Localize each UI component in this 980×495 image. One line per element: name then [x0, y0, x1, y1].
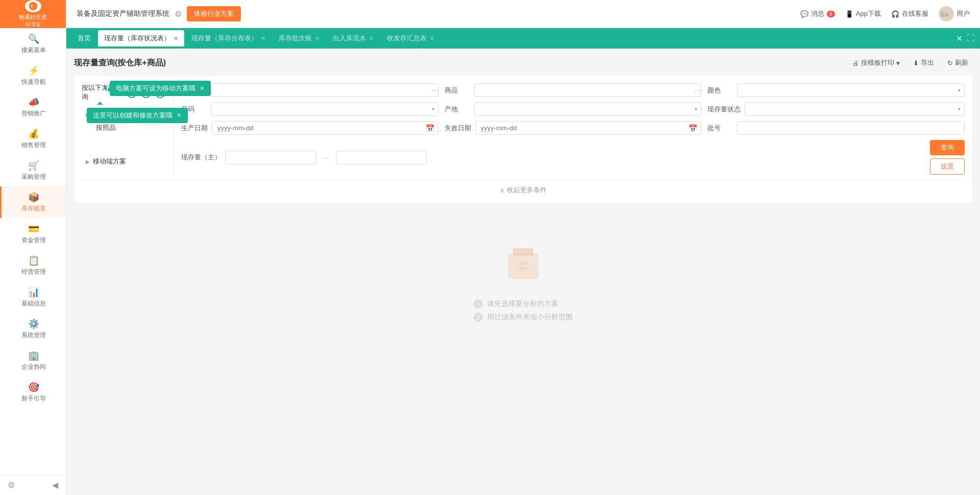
- scheme-mobile-item[interactable]: ▶ 移动端方案: [82, 155, 165, 168]
- sidebar-item-search[interactable]: 🔍 搜索菜单: [0, 28, 66, 60]
- filter-cell-stock-main: 现存量（主） —: [181, 151, 427, 164]
- filter-row-4: 现存量（主） — 查询 设置: [181, 140, 965, 175]
- tab-close-inventory-dist[interactable]: ✕: [261, 35, 265, 42]
- prod-date-input[interactable]: [212, 121, 438, 135]
- expiry-date-input[interactable]: [475, 121, 702, 135]
- sidebar-item-guide[interactable]: 🎯 新手引导: [0, 376, 66, 408]
- scheme-popup: 电脑方案可设为移动方案哦 ✕: [110, 81, 211, 96]
- top-header: 装备及固定资产辅助管理系统 ⚙ 体验行业方案 💬 消息 6 📱 App下载 🎧 …: [66, 0, 980, 28]
- app-download-action[interactable]: 📱 App下载: [845, 9, 881, 18]
- tab-inventory-dist[interactable]: 现存量（库存分布表） ✕: [185, 30, 272, 46]
- filter-row-2: 尺码 ▾ 产地 ▾: [181, 102, 965, 116]
- tab-inout-flow[interactable]: 出入库流水 ✕: [327, 30, 380, 46]
- prod-date-label: 生产日期: [181, 124, 208, 133]
- tab-inventory-batch[interactable]: 库存批次账 ✕: [273, 30, 326, 46]
- export-button[interactable]: ⬇ 导出: [909, 56, 938, 69]
- empty-state-step1: 1 请先选择要分析的方案: [474, 299, 558, 309]
- sidebar-item-label: 基础信息: [21, 299, 46, 308]
- sidebar-item-purchase[interactable]: 🛒 采购管理: [0, 155, 66, 186]
- sidebar-item-basic[interactable]: 📊 基础信息: [0, 281, 66, 313]
- quick-nav-icon: ⚡: [28, 65, 39, 76]
- collapse-button[interactable]: ∧ 收起更多条件: [500, 185, 547, 195]
- collapse-icon: ∧: [500, 186, 505, 194]
- warehouse-more-icon[interactable]: ···: [431, 86, 438, 95]
- tab-maximize-icon[interactable]: ⛶: [967, 34, 975, 43]
- search-button[interactable]: 查询: [930, 140, 965, 155]
- reset-button[interactable]: 设置: [930, 158, 965, 175]
- origin-select-wrap: ▾: [474, 102, 702, 116]
- online-support-action[interactable]: 🎧 在线客服: [891, 9, 928, 18]
- expiry-date-label: 失效日期: [445, 124, 471, 133]
- batch-no-label: 批号: [707, 124, 733, 133]
- tab-close-inventory-batch[interactable]: ✕: [315, 35, 320, 42]
- sidebar-item-label: 经营管理: [21, 268, 46, 276]
- filter-cell-stock-status: 现存量状态 ▾: [707, 102, 965, 116]
- stock-main-min-input[interactable]: [225, 151, 316, 164]
- warehouse-input[interactable]: [211, 83, 438, 97]
- svg-text:6: 6: [31, 4, 33, 9]
- refresh-button[interactable]: ↻ 刷新: [943, 56, 972, 69]
- empty-state-step2: 2 用过滤条件来缩小分析范围: [474, 313, 573, 322]
- tab-home[interactable]: 首页: [71, 30, 97, 46]
- page-actions: 🖨 按模板打印 ▾ ⬇ 导出 ↻ 刷新: [848, 56, 972, 69]
- sidebar-item-label: 资金管理: [21, 236, 46, 245]
- sidebar-item-label: 采购管理: [21, 173, 46, 181]
- svg-point-8: [520, 263, 522, 265]
- export-icon: ⬇: [913, 59, 919, 67]
- main-area: 装备及固定资产辅助管理系统 ⚙ 体验行业方案 💬 消息 6 📱 App下载 🎧 …: [66, 0, 980, 495]
- create-scheme-popup: 这里可以创建和修改方案哦 ✕: [87, 108, 188, 123]
- sidebar-item-finance[interactable]: 💳 资金管理: [0, 218, 66, 250]
- message-label: 消息: [811, 9, 824, 18]
- tab-close-inout-flow[interactable]: ✕: [369, 35, 374, 42]
- guide-icon: 🎯: [28, 382, 39, 393]
- header-left: 装备及固定资产辅助管理系统 ⚙ 体验行业方案: [77, 6, 241, 21]
- goods-more-icon[interactable]: ···: [695, 86, 701, 95]
- finance-icon: 💳: [28, 223, 39, 234]
- create-scheme-popup-text: 这里可以创建和修改方案哦: [93, 111, 173, 120]
- filter-cell-origin: 产地 ▾: [445, 102, 702, 116]
- prod-date-calendar-icon[interactable]: 📅: [426, 124, 434, 132]
- step1-num: 1: [474, 299, 483, 309]
- color-select[interactable]: [737, 83, 965, 97]
- settings-icon[interactable]: ⚙: [8, 480, 15, 490]
- tab-close-collect-summary[interactable]: ✕: [430, 35, 434, 42]
- experience-button[interactable]: 体验行业方案: [187, 6, 241, 21]
- color-select-wrap: ▾: [737, 83, 965, 97]
- sidebar-item-system[interactable]: ⚙️ 系统管理: [0, 313, 66, 345]
- tab-inventory-batch-label: 库存批次账: [279, 34, 312, 43]
- filter-row-1: ··· 商品 ··· 颜色: [181, 83, 965, 97]
- sidebar-item-quicknav[interactable]: ⚡ 快速导航: [0, 60, 66, 91]
- sidebar-footer: ⚙ ◀: [0, 475, 66, 495]
- goods-input[interactable]: [474, 83, 702, 97]
- scheme-popup-close[interactable]: ✕: [200, 85, 205, 92]
- header-settings-icon[interactable]: ⚙: [175, 9, 182, 19]
- create-scheme-popup-close[interactable]: ✕: [177, 112, 182, 119]
- prod-date-input-wrap: 📅: [212, 121, 438, 135]
- tab-collect-summary[interactable]: 收发存汇总表 ✕: [381, 30, 440, 46]
- tab-close-all-icon[interactable]: ✕: [956, 34, 963, 43]
- sidebar-item-inventory[interactable]: 📦 库存核算: [0, 186, 66, 218]
- sidebar-item-marketing[interactable]: 📣 营销推广: [0, 91, 66, 123]
- message-action[interactable]: 💬 消息 6: [800, 9, 835, 18]
- sidebar-item-enterprise[interactable]: 🏢 企业协同: [0, 345, 66, 376]
- svg-point-0: [29, 2, 37, 11]
- tab-close-inventory-status[interactable]: ✕: [174, 35, 178, 42]
- batch-no-input[interactable]: [737, 121, 965, 135]
- user-action[interactable]: Ea 用户: [939, 6, 970, 21]
- print-template-button[interactable]: 🖨 按模板打印 ▾: [848, 56, 904, 69]
- stock-main-max-input[interactable]: [336, 151, 427, 164]
- sidebar-item-sales[interactable]: 💰 销售管理: [0, 123, 66, 155]
- expiry-date-calendar-icon[interactable]: 📅: [689, 124, 697, 132]
- page-title-bar: 现存量查询(按仓库+商品) 🖨 按模板打印 ▾ ⬇ 导出 ↻ 刷新: [74, 56, 972, 69]
- warehouse-input-wrap: ···: [211, 83, 438, 97]
- phone-icon: 📱: [845, 10, 853, 18]
- origin-select[interactable]: [474, 102, 702, 116]
- sidebar-item-label: 搜索菜单: [21, 46, 46, 55]
- collapse-label: 收起更多条件: [507, 185, 547, 195]
- stock-main-label: 现存量（主）: [181, 153, 221, 162]
- stock-status-select[interactable]: [745, 102, 965, 116]
- tab-inventory-status[interactable]: 现存量（库存状况表） ✕: [98, 30, 184, 46]
- size-select[interactable]: [211, 102, 438, 116]
- collapse-sidebar-icon[interactable]: ◀: [52, 480, 58, 490]
- sidebar-item-operations[interactable]: 📋 经营管理: [0, 250, 66, 281]
